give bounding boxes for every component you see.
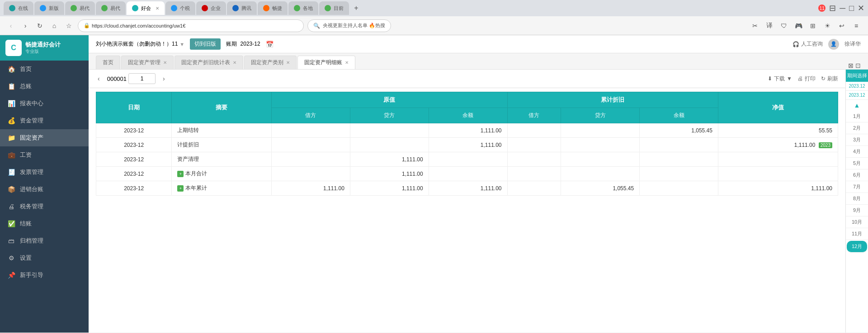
browser-tab-changjie[interactable]: 畅捷 — [258, 1, 288, 15]
menu-icon[interactable]: ≡ — [850, 19, 863, 32]
home-button[interactable]: ⌂ — [49, 20, 60, 31]
browser-tab-yidai2[interactable]: 易代 — [96, 1, 126, 15]
summary-icon: + — [177, 185, 184, 192]
scissors-icon[interactable]: ✂ — [749, 19, 761, 32]
print-button[interactable]: 🖨 打印 — [797, 75, 816, 83]
grid-icon[interactable]: ⊞ — [807, 19, 819, 32]
tab-close-icon[interactable]: ✕ — [286, 60, 290, 65]
forward-button[interactable]: › — [20, 20, 31, 31]
cell-yuanzhi-df: 1,111.00 — [350, 152, 429, 167]
sidebar-item-tax[interactable]: 🖨 税务管理 — [0, 198, 89, 215]
browser-tab-muqian[interactable]: 目前 — [319, 1, 349, 15]
tab-close-icon[interactable]: ✕ — [345, 60, 349, 65]
game-icon[interactable]: 🎮 — [792, 19, 805, 32]
browser-tab-gedi[interactable]: 各地 — [288, 1, 318, 15]
refresh-button[interactable]: ↻ — [34, 20, 45, 31]
cell-yuanzhi-jf — [271, 152, 350, 167]
period-scroll-up[interactable]: ▲ — [846, 100, 868, 111]
sidebar-item-closing[interactable]: ✅ 结账 — [0, 215, 89, 232]
refresh-button[interactable]: ↻ 刷新 — [821, 75, 838, 83]
tab-fixed-category[interactable]: 固定资产类别 ✕ — [244, 56, 297, 69]
sidebar-item-reports[interactable]: 📊 报表中心 — [0, 95, 89, 112]
period-month-11[interactable]: 11月 — [846, 228, 868, 240]
close-icon[interactable]: ✕ — [858, 3, 864, 13]
download-label: 下载 — [774, 75, 785, 83]
address-input[interactable]: 🔒 https://cloud.chanjet.com/accounting/u… — [78, 19, 304, 32]
minimize-icon[interactable]: ─ — [840, 4, 845, 13]
tab-close-icon[interactable]: ✕ — [156, 6, 159, 11]
cell-ljzj-jf — [507, 152, 561, 167]
cell-yuanzhi-ye: 1,111.00 — [429, 138, 507, 152]
period-month-2[interactable]: 2月 — [846, 122, 868, 134]
tab-close-icon[interactable]: ✕ — [233, 60, 236, 65]
shield-icon[interactable]: 🛡 — [778, 19, 790, 32]
brightness-icon[interactable]: ☀ — [821, 19, 834, 32]
tab-depreciation-stats[interactable]: 固定资产折旧统计表 ✕ — [175, 56, 243, 69]
browser-tab-geshui[interactable]: 个税 — [165, 1, 195, 15]
browser-tab-haohui[interactable]: 好会 ✕ — [127, 1, 165, 15]
cell-jz: 55.55 — [718, 123, 838, 138]
period-month-1[interactable]: 1月 — [846, 111, 868, 122]
account-selector[interactable]: 刘小艳演示账套（勿删勿动！）11 ▼ — [96, 40, 184, 48]
prev-page-button[interactable]: ‹ — [96, 74, 102, 83]
page-input[interactable] — [128, 73, 156, 84]
sidebar-item-salary[interactable]: 💼 工资 — [0, 146, 89, 164]
download-button[interactable]: ⬇ 下载 ▼ — [768, 75, 792, 83]
support-button[interactable]: 🎧 人工咨询 — [793, 40, 823, 48]
sidebar-item-archive[interactable]: 🗃 归档管理 — [0, 232, 89, 249]
search-box[interactable]: 🔍 央视更新主持人名单 🔥热搜 — [307, 19, 391, 32]
period-month-9[interactable]: 9月 — [846, 205, 868, 216]
period-end-date: 2023.12 — [846, 91, 868, 100]
tab-close-icon[interactable]: ✕ — [163, 60, 167, 65]
switch-version-button[interactable]: 切到旧版 — [190, 38, 221, 50]
back-button[interactable]: ‹ — [5, 20, 16, 31]
sidebar-item-inventory[interactable]: 📦 进销台账 — [0, 181, 89, 198]
sidebar-item-home[interactable]: 🏠 首页 — [0, 61, 89, 78]
period-month-7[interactable]: 7月 — [846, 181, 868, 193]
sidebar-item-guide[interactable]: 📌 新手引导 — [0, 267, 89, 284]
tab-list-icon[interactable]: ⊟ — [829, 3, 836, 13]
calendar-icon[interactable]: 📅 — [266, 41, 274, 48]
search-icon: 🔍 — [313, 23, 320, 29]
tab-add-button[interactable]: + — [350, 2, 363, 14]
cell-ljzj-df — [561, 138, 640, 152]
tab-favicon — [325, 5, 331, 11]
sidebar-item-fixed[interactable]: 📁 固定资产 — [0, 129, 89, 146]
sidebar-item-ledger[interactable]: 📋 总账 — [0, 78, 89, 95]
browser-tab-yidai1[interactable]: 易代 — [65, 1, 95, 15]
sidebar-item-funds[interactable]: 💰 资金管理 — [0, 112, 89, 129]
browser-chrome: 在线 新版 易代 易代 好会 ✕ 个税 企业 — [0, 0, 868, 35]
period-month-3[interactable]: 3月 — [846, 134, 868, 146]
tab-fixed-mgmt[interactable]: 固定资产管理 ✕ — [121, 56, 174, 69]
browser-tab-zaixin[interactable]: 在线 — [4, 1, 33, 15]
table-row: 2023-12 上期结转 1,111.00 1,055.45 55.55 — [96, 123, 838, 138]
period-month-8[interactable]: 8月 — [846, 193, 868, 205]
sidebar-item-settings[interactable]: ⚙ 设置 — [0, 249, 89, 267]
period-value: 2023-12 — [241, 41, 260, 47]
period-month-6[interactable]: 6月 — [846, 169, 868, 181]
tab-label: 个税 — [180, 5, 190, 12]
tab-home[interactable]: 首页 — [96, 56, 120, 69]
maximize-icon[interactable]: □ — [849, 4, 854, 13]
browser-tab-tengxun[interactable]: 腾讯 — [227, 1, 257, 15]
period-month-10[interactable]: 10月 — [846, 216, 868, 228]
ledger-icon: 📋 — [7, 82, 15, 90]
browser-tab-xinban[interactable]: 新版 — [34, 1, 64, 15]
sidebar-item-invoice[interactable]: 🧾 发票管理 — [0, 164, 89, 181]
period-month-5[interactable]: 5月 — [846, 158, 868, 169]
tab-favicon — [101, 5, 108, 11]
tab-collapse-icon[interactable]: ⊠ — [848, 62, 854, 69]
browser-tab-qiye[interactable]: 企业 — [196, 1, 226, 15]
tab-expand-icon[interactable]: ⊡ — [855, 62, 861, 69]
bookmark-button[interactable]: ☆ — [63, 20, 74, 31]
period-month-4[interactable]: 4月 — [846, 146, 868, 158]
translate-icon[interactable]: 译 — [763, 19, 776, 32]
headset-icon: 🎧 — [793, 41, 799, 47]
tab-label: 各地 — [303, 5, 313, 12]
next-page-button[interactable]: › — [161, 74, 167, 83]
col-group-ljzj: 累计折旧 — [507, 92, 718, 108]
tab-fixed-detail[interactable]: 固定资产明细账 ✕ — [297, 56, 355, 69]
undo-icon[interactable]: ↩ — [835, 19, 848, 32]
search-text: 央视更新主持人名单 🔥热搜 — [323, 22, 385, 29]
period-month-12[interactable]: 12月 — [847, 241, 867, 253]
